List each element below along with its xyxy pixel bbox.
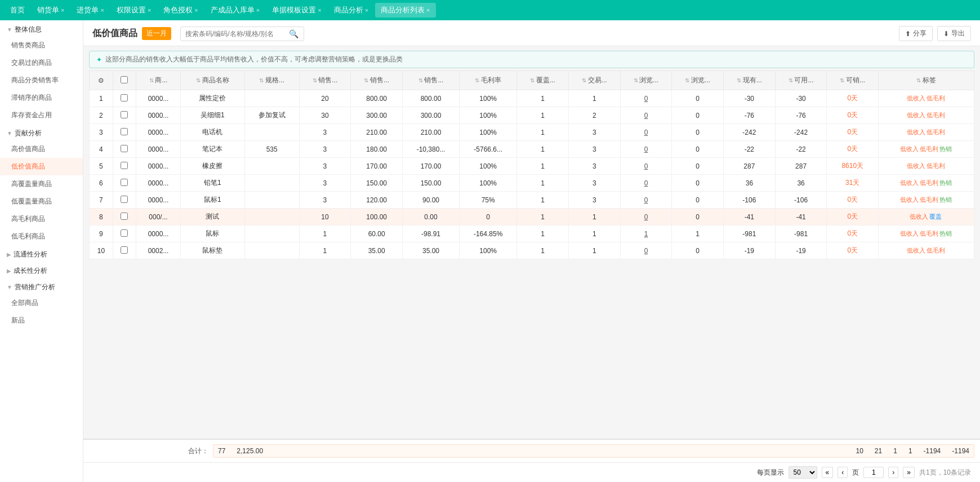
row-coverage: 1	[517, 158, 569, 175]
nav-close-icon[interactable]: ×	[61, 7, 64, 14]
sidebar-item[interactable]: 高毛利商品	[0, 210, 83, 228]
chevron-icon: ▼	[7, 284, 12, 290]
col-header-saleable[interactable]: ⇅ 可销...	[827, 71, 879, 90]
table-row: 30000...电话机3210.00210.00100%1300-242-242…	[90, 124, 974, 141]
col-header-browse2[interactable]: ⇅ 浏览...	[672, 71, 724, 90]
sidebar-item[interactable]: 全部商品	[0, 294, 83, 312]
settings-icon[interactable]: ⚙	[98, 77, 104, 85]
browse-link[interactable]: 0	[644, 112, 648, 120]
browse-link[interactable]: 0	[644, 129, 648, 136]
row-select-checkbox[interactable]	[121, 179, 128, 186]
col-header-name[interactable]: ⇅ 商品名称	[180, 71, 244, 90]
nav-close-icon[interactable]: ×	[365, 7, 368, 14]
sidebar-group-title[interactable]: ▼贡献分析	[0, 124, 83, 140]
col-header-current[interactable]: ⇅ 现有...	[724, 71, 776, 90]
next-page-button[interactable]: ›	[888, 467, 898, 478]
nav-item[interactable]: 销货单×	[32, 3, 70, 17]
col-header-trade[interactable]: ⇅ 交易...	[568, 71, 620, 90]
col-header-code[interactable]: ⇅ 商...	[136, 71, 181, 90]
row-select-checkbox[interactable]	[121, 94, 128, 101]
nav-close-icon[interactable]: ×	[100, 7, 104, 14]
tag: 低收入	[907, 247, 925, 254]
row-browse1: 0	[620, 192, 672, 209]
nav-item[interactable]: 单据模板设置×	[266, 3, 327, 17]
browse-link[interactable]: 1	[644, 230, 648, 238]
browse-link[interactable]: 0	[644, 179, 648, 187]
nav-close-icon[interactable]: ×	[256, 7, 260, 14]
share-button[interactable]: ⬆ 分享	[899, 26, 933, 41]
browse-link[interactable]: 0	[644, 162, 648, 170]
sidebar-item[interactable]: 低价值商品	[0, 158, 83, 175]
sidebar-item[interactable]: 滞销序的商品	[0, 89, 83, 107]
sidebar-item[interactable]: 交易过的商品	[0, 54, 83, 72]
row-sales-qty: 20	[299, 90, 351, 107]
search-input[interactable]	[185, 30, 287, 38]
col-header-settings[interactable]: ⚙	[90, 71, 113, 90]
sidebar-group-title[interactable]: ▼营销推广分析	[0, 278, 83, 294]
filter-button[interactable]: 近一月	[142, 27, 171, 40]
nav-item[interactable]: 权限设置×	[111, 3, 157, 17]
browse-link[interactable]: 0	[644, 196, 648, 204]
row-spec	[244, 90, 299, 107]
col-header-sales_cost[interactable]: ⇅ 销售...	[403, 71, 460, 90]
row-select-checkbox[interactable]	[121, 229, 128, 237]
footer-coverage: 10	[856, 447, 863, 455]
nav-item[interactable]: 进货单×	[71, 3, 109, 17]
sidebar-group-title[interactable]: ▼整体信息	[0, 20, 83, 37]
sidebar-item[interactable]: 高覆盖量商品	[0, 175, 83, 193]
col-header-coverage[interactable]: ⇅ 覆盖...	[517, 71, 569, 90]
nav-item[interactable]: 角色授权×	[158, 3, 203, 17]
col-header-sales_amount[interactable]: ⇅ 销售...	[351, 71, 403, 90]
col-header-browse1[interactable]: ⇅ 浏览...	[620, 71, 672, 90]
sidebar-group-title[interactable]: ▶流通性分析	[0, 245, 83, 262]
row-select-checkbox[interactable]	[121, 145, 128, 152]
row-select-checkbox[interactable]	[121, 213, 128, 220]
row-select-checkbox[interactable]	[121, 128, 128, 135]
nav-item[interactable]: 商品分析×	[328, 3, 374, 17]
sort-icon: ⇅	[418, 77, 425, 83]
last-page-button[interactable]: »	[903, 467, 915, 478]
col-header-checkbox[interactable]	[113, 71, 136, 90]
row-sales-cost: 170.00	[403, 158, 460, 175]
per-page-select[interactable]: 50 100 200	[789, 466, 817, 479]
row-sales-qty: 10	[299, 209, 351, 225]
browse-link[interactable]: 0	[644, 247, 648, 255]
browse-link[interactable]: 0	[644, 95, 648, 103]
row-select-checkbox[interactable]	[121, 111, 128, 118]
sidebar-item[interactable]: 低覆盖量商品	[0, 193, 83, 210]
row-select-checkbox[interactable]	[121, 196, 128, 203]
col-header-tags[interactable]: ⇅ 标签	[879, 71, 974, 90]
row-sales-amount: 300.00	[351, 107, 403, 124]
browse-link[interactable]: 0	[644, 145, 648, 153]
nav-close-icon[interactable]: ×	[318, 7, 321, 14]
nav-close-icon[interactable]: ×	[194, 7, 198, 14]
tag: 低毛利	[920, 145, 938, 152]
sidebar-item[interactable]: 库存资金占用	[0, 107, 83, 124]
row-select-checkbox[interactable]	[121, 162, 128, 169]
table-row: 8000/...测试10100.000.0001100-41-410天低收入覆盖	[90, 209, 974, 225]
sidebar-item[interactable]: 低毛利商品	[0, 228, 83, 245]
nav-close-icon[interactable]: ×	[148, 7, 151, 14]
sidebar-item[interactable]: 销售类商品	[0, 37, 83, 54]
page-input[interactable]	[863, 467, 884, 478]
sidebar-item[interactable]: 高价值商品	[0, 140, 83, 158]
nav-item[interactable]: 产成品入库单×	[205, 3, 265, 17]
col-header-sales_qty[interactable]: ⇅ 销售...	[299, 71, 351, 90]
sidebar-item[interactable]: 新品	[0, 312, 83, 329]
select-all-checkbox[interactable]	[121, 76, 128, 83]
prev-page-button[interactable]: ‹	[838, 467, 848, 478]
sidebar-group-title[interactable]: ▶成长性分析	[0, 262, 83, 278]
nav-close-icon[interactable]: ×	[426, 7, 430, 14]
table-row: 70000...鼠标13120.0090.0075%1300-106-1060天…	[90, 192, 974, 209]
row-num: 2	[90, 107, 113, 124]
col-header-gross_rate[interactable]: ⇅ 毛利率	[460, 71, 517, 90]
export-button[interactable]: ⬇ 导出	[937, 26, 971, 41]
sidebar-item[interactable]: 商品分类销售率	[0, 72, 83, 89]
col-header-spec[interactable]: ⇅ 规格...	[244, 71, 299, 90]
nav-item[interactable]: 首页	[5, 3, 30, 17]
row-select-checkbox[interactable]	[121, 246, 128, 254]
first-page-button[interactable]: «	[822, 467, 834, 478]
nav-item[interactable]: 商品分析列表×	[375, 3, 435, 17]
browse-link[interactable]: 0	[644, 213, 648, 221]
col-header-available[interactable]: ⇅ 可用...	[775, 71, 827, 90]
